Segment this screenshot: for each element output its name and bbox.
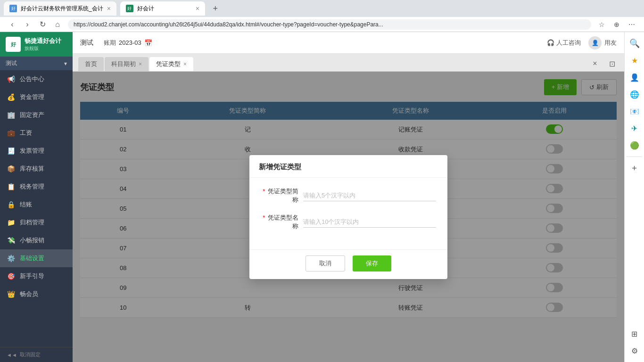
asset-icon: 🏢 — [7, 111, 15, 119]
tab1-close[interactable]: × — [107, 5, 111, 12]
sidebar-item-payroll[interactable]: 💼 工资 — [0, 124, 73, 142]
sidebar-item-close[interactable]: 🔒 结账 — [0, 196, 73, 214]
email-icon: 📧 — [630, 107, 639, 116]
more-btn[interactable]: ⋯ — [625, 18, 638, 31]
user-button[interactable]: 👤 用友 — [588, 36, 617, 49]
sidebar-logo[interactable]: 好 畅捷通好会计 旗舰版 — [0, 32, 73, 57]
field-short-input[interactable] — [303, 190, 436, 201]
sidebar-company[interactable]: 测试 ▾ — [0, 57, 73, 70]
right-green-button[interactable]: 🟢 — [627, 138, 642, 153]
right-person-button[interactable]: 👤 — [627, 70, 642, 85]
tab-expand-button[interactable]: ⊡ — [605, 57, 619, 70]
right-globe-button[interactable]: 🌐 — [627, 87, 642, 102]
field-name-input[interactable] — [303, 216, 436, 228]
sidebar-item-invoice[interactable]: 🧾 发票管理 — [0, 142, 73, 160]
sidebar-item-expense[interactable]: 💸 小畅报销 — [0, 231, 73, 249]
close-icon: 🔒 — [7, 200, 15, 209]
person-icon: 👤 — [592, 40, 599, 46]
modal-body: * 凭证类型简称 * 凭证类型名称 — [249, 178, 447, 249]
asset-label: 固定资产 — [20, 111, 44, 119]
tab-bar: 首页 科目期初 × 凭证类型 × × ⊡ — [73, 54, 624, 72]
archive-label: 归档管理 — [20, 218, 44, 227]
sidebar-item-member[interactable]: 👑 畅会员 — [0, 285, 73, 303]
address-text: https://cloud2.chanjet.com/accounting/uh… — [74, 21, 383, 28]
address-input[interactable]: https://cloud2.chanjet.com/accounting/uh… — [68, 19, 591, 30]
period-value: 2023-03 — [119, 39, 141, 46]
sidebar-item-notice[interactable]: 📢 公告中心 — [0, 70, 73, 88]
notice-icon: 📢 — [7, 75, 15, 83]
logo-sub: 旗舰版 — [25, 45, 61, 52]
right-gear-button[interactable]: ⚙ — [627, 343, 642, 358]
tab2-close[interactable]: × — [196, 5, 199, 12]
right-panel: 🔍 ★ 👤 🌐 📧 ✈ 🟢 + ⊞ ⚙ — [624, 32, 644, 362]
right-add-button[interactable]: + — [627, 161, 642, 176]
tab-subject-close[interactable]: × — [139, 61, 142, 67]
fund-icon: 💰 — [7, 93, 15, 101]
member-label: 畅会员 — [20, 290, 38, 298]
settings-icon: ⚙️ — [7, 254, 15, 263]
field-short-text: 凭证类型简称 — [268, 188, 298, 203]
tab-subject[interactable]: 科目期初 × — [105, 57, 149, 71]
right-star-button[interactable]: ★ — [627, 53, 642, 68]
back-button[interactable]: ‹ — [6, 18, 19, 31]
refresh-button[interactable]: ↻ — [36, 18, 49, 31]
unpin-label: 取消固定 — [20, 351, 41, 358]
sidebar-item-asset[interactable]: 🏢 固定资产 — [0, 106, 73, 124]
tax-label: 税务管理 — [20, 182, 44, 191]
top-bar: 测试 账期 2023-03 📅 🎧 人工咨询 👤 用友 — [73, 32, 624, 54]
sidebar-item-tax[interactable]: 📋 税务管理 — [0, 178, 73, 196]
sidebar-item-newuser[interactable]: 🎯 新手引导 — [0, 267, 73, 285]
archive-icon: 📁 — [7, 218, 15, 227]
sidebar-item-fund[interactable]: 💰 资金管理 — [0, 88, 73, 106]
app-container: 好 畅捷通好会计 旗舰版 测试 ▾ 📢 公告中心 💰 资金管理 🏢 固定资产 — [0, 32, 644, 362]
right-email-button[interactable]: 📧 — [627, 104, 642, 119]
favorites-btn[interactable]: ☆ — [595, 18, 608, 31]
search-icon: 🔍 — [629, 38, 640, 49]
new-tab-button[interactable]: + — [209, 2, 222, 15]
sidebar-item-archive[interactable]: 📁 归档管理 — [0, 214, 73, 231]
logo-text: 畅捷通好会计 — [25, 37, 61, 45]
save-button[interactable]: 保存 — [353, 255, 391, 272]
tab-bar-actions: × ⊡ — [588, 57, 619, 71]
content-area: 凭证类型 + 新增 ↺ 刷新 编号 凭证类型简称 凭证类型名称 是否启用 — [73, 72, 624, 362]
sidebar-item-inventory[interactable]: 📦 库存核算 — [0, 160, 73, 178]
extension-btn[interactable]: ⊕ — [610, 18, 623, 31]
tax-icon: 📋 — [7, 182, 15, 191]
right-send-button[interactable]: ✈ — [627, 121, 642, 136]
sidebar-unpin[interactable]: ◄◄ 取消固定 — [0, 347, 73, 362]
calendar-icon[interactable]: 📅 — [144, 39, 152, 47]
tab-close-button[interactable]: × — [588, 57, 602, 70]
address-actions: ☆ ⊕ ⋯ — [595, 18, 638, 31]
tab1-favicon: 好 — [9, 5, 17, 12]
tab-home[interactable]: 首页 — [78, 57, 104, 71]
period-info: 测试 账期 2023-03 📅 — [80, 39, 152, 47]
forward-button[interactable]: › — [21, 18, 34, 31]
expense-label: 小畅报销 — [20, 236, 44, 245]
separator — [627, 156, 642, 157]
consultation-button[interactable]: 🎧 人工咨询 — [547, 39, 581, 47]
right-search-button[interactable]: 🔍 — [627, 36, 642, 51]
sidebar-item-settings[interactable]: ⚙️ 基础设置 — [0, 249, 73, 267]
fund-label: 资金管理 — [20, 93, 44, 101]
close-label: 结账 — [20, 200, 32, 209]
browser-tab-2[interactable]: 好 好会计 × — [120, 1, 205, 16]
modal-dialog: 新增凭证类型 * 凭证类型简称 * — [249, 155, 447, 279]
cancel-button[interactable]: 取消 — [305, 255, 345, 272]
browser-tab-1[interactable]: 好 好会计云财务软件管理系统_会计 × — [4, 1, 116, 16]
home-button[interactable]: ⌂ — [51, 18, 64, 31]
grid-icon: ⊞ — [631, 329, 637, 338]
browser-chrome: 好 好会计云财务软件管理系统_会计 × 好 好会计 × + — [0, 0, 644, 17]
headset-icon: 🎧 — [547, 39, 554, 46]
tab-voucher[interactable]: 凭证类型 × — [149, 57, 193, 71]
newuser-icon: 🎯 — [7, 272, 15, 280]
sidebar: 好 畅捷通好会计 旗舰版 测试 ▾ 📢 公告中心 💰 资金管理 🏢 固定资产 — [0, 32, 73, 362]
member-icon: 👑 — [7, 290, 15, 298]
arrow-left-icon: ◄◄ — [7, 352, 17, 358]
main-area: 测试 账期 2023-03 📅 🎧 人工咨询 👤 用友 — [73, 32, 624, 362]
modal-footer: 取消 保存 — [249, 249, 447, 279]
right-grid-button[interactable]: ⊞ — [627, 326, 642, 341]
logo-icon: 好 — [6, 37, 21, 52]
tab-voucher-close[interactable]: × — [183, 61, 187, 67]
modal-header: 新增凭证类型 — [249, 155, 447, 178]
invoice-label: 发票管理 — [20, 147, 44, 155]
